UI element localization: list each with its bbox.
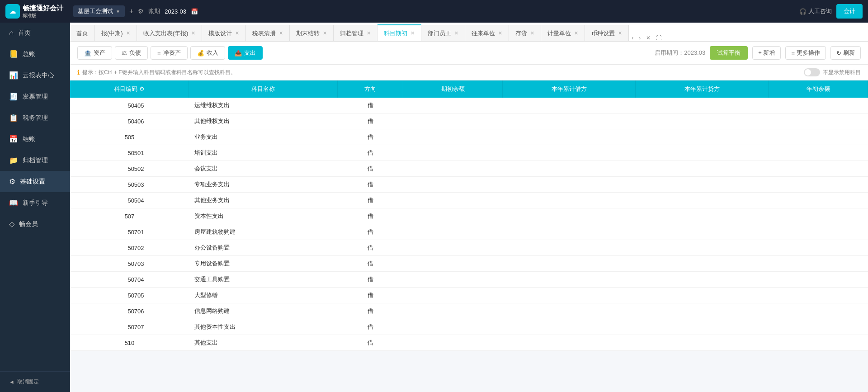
tab-close-icon[interactable]: ✕	[618, 30, 622, 36]
filter-tab-expense[interactable]: 📤 支出	[228, 46, 263, 60]
settings-icon: ⚙	[9, 177, 15, 186]
period-value[interactable]: 2023-03	[165, 8, 186, 15]
sidebar-item-reports[interactable]: 📊 云报表中心	[0, 65, 70, 86]
tab-报(中期)[interactable]: 报(中期)✕	[95, 25, 137, 41]
account-本年累计贷方	[636, 240, 769, 256]
sidebar-item-home[interactable]: ⌂ 首页	[0, 23, 70, 43]
account-name: 其他业务支出	[189, 193, 337, 208]
account-code: 50702	[70, 240, 189, 256]
tab-close-icon[interactable]: ✕	[367, 30, 371, 36]
tab-close-icon[interactable]: ✕	[498, 30, 502, 36]
tab-label: 税表清册	[252, 29, 276, 38]
sidebar-item-close[interactable]: 📅 结账	[0, 128, 70, 150]
filter-tab-liability[interactable]: ⚖ 负债	[115, 46, 148, 60]
sidebar-collapse-btn[interactable]: ◄ 取消固定	[0, 371, 70, 392]
invoice-icon: 🧾	[9, 92, 18, 101]
col-header-4: 本年累计借方	[503, 80, 636, 98]
table-row[interactable]: 50703专用设备购置借	[70, 256, 868, 272]
calendar-icon[interactable]: 📅	[191, 8, 198, 15]
filter-tab-income[interactable]: 💰 收入	[190, 46, 225, 60]
tab-归档管理[interactable]: 归档管理✕	[334, 25, 377, 41]
add-company-btn[interactable]: +	[129, 7, 133, 15]
refresh-button[interactable]: ↻ 刷新	[830, 46, 861, 60]
settings-icon[interactable]: ⚙	[138, 8, 144, 15]
tab-期末结转[interactable]: 期末结转✕	[290, 25, 334, 41]
tab-往来单位[interactable]: 往来单位✕	[465, 25, 509, 41]
sidebar-item-archive[interactable]: 📁 归档管理	[0, 150, 70, 171]
filter-tab-net_asset[interactable]: ≡ 净资产	[151, 46, 188, 60]
account-name: 专用设备购置	[189, 256, 337, 272]
help-button[interactable]: 🎧 人工咨询	[799, 7, 832, 15]
tab-存货[interactable]: 存货✕	[509, 25, 541, 41]
tab-税表清册[interactable]: 税表清册✕	[246, 25, 290, 41]
sidebar-item-tax[interactable]: 📋 税务管理	[0, 107, 70, 128]
table-row[interactable]: 50406其他维权支出借	[70, 113, 868, 129]
tab-close-icon[interactable]: ✕	[191, 30, 195, 36]
tab-close-icon[interactable]: ✕	[235, 30, 239, 36]
company-selector[interactable]: 基层工会测试 ▼	[73, 5, 125, 17]
table-row[interactable]: 50702办公设备购置借	[70, 240, 868, 256]
account-期初余额	[403, 145, 503, 161]
more-button[interactable]: ≡ 更多操作	[785, 46, 826, 60]
account-年初余额	[769, 98, 868, 113]
table-row[interactable]: 50707其他资本性支出借	[70, 319, 868, 335]
sidebar-label-settings: 基础设置	[20, 178, 45, 186]
sidebar-item-member[interactable]: ◇ 畅会员	[0, 213, 70, 235]
table-row[interactable]: 50502会议支出借	[70, 161, 868, 177]
account-期初余额	[403, 98, 503, 113]
tab-计量单位[interactable]: 计量单位✕	[541, 25, 585, 41]
tab-币种设置[interactable]: 币种设置✕	[585, 25, 629, 41]
sidebar-label-ledger: 总账	[23, 50, 35, 58]
collapse-label: 取消固定	[17, 378, 39, 386]
info-icon: ℹ	[77, 69, 80, 76]
tab-close-icon[interactable]: ✕	[530, 30, 534, 36]
filter-tab-asset[interactable]: 🏦 资产	[77, 46, 112, 60]
tab-scroll-right[interactable]: ›	[636, 35, 643, 41]
table-row[interactable]: 50501培训支出借	[70, 145, 868, 161]
tab-模版设计[interactable]: 模版设计✕	[202, 25, 246, 41]
table-row[interactable]: 510其他支出借	[70, 335, 868, 351]
tab-收入支出表(年报)[interactable]: 收入支出表(年报)✕	[137, 25, 203, 41]
table-row[interactable]: 507资本性支出借	[70, 208, 868, 224]
tab-close-icon[interactable]: ✕	[126, 30, 130, 36]
sidebar-item-invoice[interactable]: 🧾 发票管理	[0, 86, 70, 107]
sidebar-item-ledger[interactable]: 📒 总账	[0, 43, 70, 65]
table-row[interactable]: 50701房屋建筑物购建借	[70, 224, 868, 240]
table-row[interactable]: 505业务支出借	[70, 129, 868, 145]
tab-close-icon[interactable]: ✕	[454, 30, 458, 36]
add-button[interactable]: + 新增	[752, 46, 781, 60]
filter-icon-liability: ⚖	[122, 50, 127, 57]
account-code: 50703	[70, 256, 189, 272]
sidebar-item-settings[interactable]: ⚙ 基础设置	[0, 171, 70, 192]
account-button[interactable]: 会计	[836, 4, 863, 19]
table-row[interactable]: 50503专项业务支出借	[70, 177, 868, 193]
expand-tabs-btn[interactable]: ⛶	[653, 35, 664, 41]
sidebar-item-guide[interactable]: 📖 新手引导	[0, 192, 70, 213]
account-name: 其他资本性支出	[189, 319, 337, 335]
close-all-tabs[interactable]: ✕	[643, 35, 653, 41]
disable-toggle[interactable]	[804, 68, 820, 76]
table-row[interactable]: 50705大型修缮借	[70, 288, 868, 303]
account-code: 50707	[70, 319, 189, 335]
tab-close-icon[interactable]: ✕	[323, 30, 327, 36]
account-期初余额	[403, 193, 503, 208]
settings-col-icon[interactable]: ⚙	[139, 85, 145, 92]
table-row[interactable]: 50704交通工具购置借	[70, 272, 868, 288]
tab-首页[interactable]: 首页	[70, 25, 95, 41]
table-row[interactable]: 50405运维维权支出借	[70, 98, 868, 113]
account-本年累计贷方	[636, 208, 769, 224]
account-期初余额	[403, 240, 503, 256]
account-code: 50701	[70, 224, 189, 240]
tab-close-icon[interactable]: ✕	[574, 30, 578, 36]
collapse-icon: ◄	[9, 379, 14, 385]
tab-close-icon[interactable]: ✕	[279, 30, 283, 36]
balance-button[interactable]: 试算平衡	[710, 46, 748, 60]
tab-scroll-left[interactable]: ‹	[629, 35, 636, 41]
tab-科目期初[interactable]: 科目期初✕	[377, 24, 421, 41]
tab-部门员工[interactable]: 部门员工✕	[421, 25, 465, 41]
table-row[interactable]: 50706信息网络购建借	[70, 303, 868, 319]
tab-close-icon[interactable]: ✕	[410, 30, 415, 36]
table-row[interactable]: 50504其他业务支出借	[70, 193, 868, 208]
account-年初余额	[769, 177, 868, 193]
account-name: 运维维权支出	[189, 98, 337, 113]
